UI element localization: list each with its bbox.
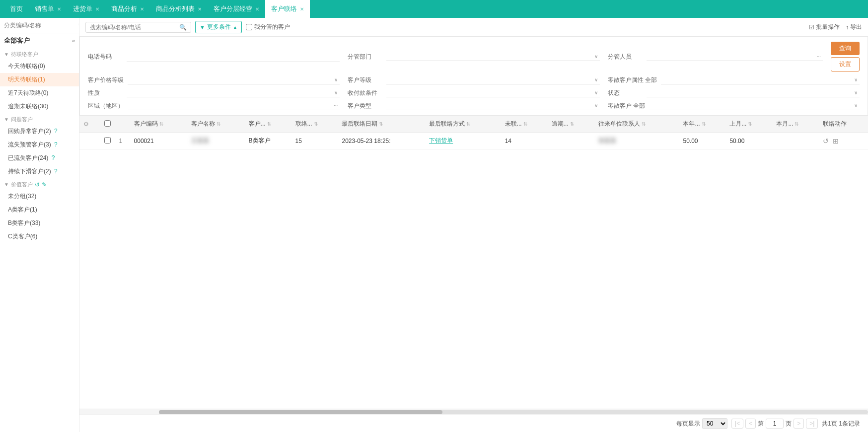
filter-label-person: 分管人员 bbox=[608, 53, 643, 61]
close-icon[interactable]: ✕ bbox=[57, 6, 61, 12]
grid-icon[interactable]: ⊞ bbox=[833, 137, 839, 145]
close-icon[interactable]: ✕ bbox=[255, 6, 259, 12]
filter-select-price-level[interactable]: ∨ bbox=[128, 75, 340, 84]
cell-unit-contact: 张某某 bbox=[594, 133, 679, 149]
col-customer-name[interactable]: 客户名称 ⇅ bbox=[187, 116, 245, 133]
filter-select-payment[interactable]: ∨ bbox=[386, 88, 599, 97]
col-last-contact-date[interactable]: 最后联络日期 ⇅ bbox=[338, 116, 425, 133]
last-page-button[interactable]: >| bbox=[806, 419, 818, 429]
blurred-name: 王某某 bbox=[191, 137, 209, 144]
filter-select-customer-level[interactable]: ∨ bbox=[386, 75, 599, 84]
filter-label-price-level: 客户价格等级 bbox=[88, 76, 124, 84]
nav-customer-contact[interactable]: 客户联络 ✕ bbox=[265, 0, 310, 18]
close-icon[interactable]: ✕ bbox=[300, 6, 304, 12]
sidebar-item-churn-warning[interactable]: 流失预警客户(3) ? bbox=[0, 138, 79, 151]
sidebar-item-declining[interactable]: 持续下滑客户(2) ? bbox=[0, 165, 79, 178]
pagination: |< < 第 页 > >| bbox=[731, 419, 818, 429]
col-checkbox[interactable] bbox=[100, 116, 115, 133]
col-last-contact-method[interactable]: 最后联络方式 ⇅ bbox=[425, 116, 501, 133]
sidebar-item-class-a[interactable]: A类客户(1) bbox=[0, 203, 79, 216]
filter-row-phone: 电话号码 bbox=[88, 42, 340, 72]
page-size-dropdown[interactable]: 50 10 20 100 bbox=[702, 418, 727, 429]
col-this-year[interactable]: 本年... ⇅ bbox=[679, 116, 725, 133]
nav-home[interactable]: 首页 bbox=[4, 0, 29, 18]
filter-select-dept[interactable]: ∨ bbox=[386, 52, 599, 61]
filter-label-retail-customer: 零散客户 全部 bbox=[608, 102, 645, 110]
row-checkbox[interactable] bbox=[104, 137, 111, 144]
nav-customer-tier[interactable]: 客户分层经营 ✕ bbox=[208, 0, 265, 18]
sidebar-item-overdue-contact[interactable]: 逾期未联络(30) bbox=[0, 100, 79, 113]
filter-select-status[interactable]: ∨ bbox=[647, 88, 860, 97]
filter-select-retail-customer[interactable]: ∨ bbox=[649, 101, 860, 110]
prev-page-button[interactable]: < bbox=[745, 419, 756, 429]
cell-last-contact-date: 2023-05-23 18:25: bbox=[338, 133, 425, 149]
filter-row-dept: 分管部门 ∨ bbox=[348, 42, 599, 72]
filter-select-region[interactable]: ··· bbox=[128, 101, 340, 110]
settings-button[interactable]: 设置 bbox=[831, 57, 860, 72]
sort-icon: ⇅ bbox=[702, 121, 706, 127]
search-input[interactable] bbox=[90, 24, 179, 31]
sidebar-item-abnormal-repurchase[interactable]: 回购异常客户(2) ? bbox=[0, 125, 79, 138]
next-page-button[interactable]: > bbox=[794, 419, 804, 429]
export-button[interactable]: ↑ 导出 bbox=[846, 23, 862, 31]
col-unit-contact[interactable]: 往来单位联系人 ⇅ bbox=[594, 116, 679, 133]
close-icon[interactable]: ✕ bbox=[198, 6, 202, 12]
all-customers-header[interactable]: 全部客户 « bbox=[0, 33, 79, 48]
col-customer-code[interactable]: 客户编码 ⇅ bbox=[130, 116, 188, 133]
filter-select-customer-type[interactable]: ∨ bbox=[386, 101, 599, 110]
funnel-icon: ▼ bbox=[200, 24, 205, 30]
select-all-checkbox[interactable] bbox=[104, 120, 111, 127]
nav-product-analysis[interactable]: 商品分析 ✕ bbox=[105, 0, 150, 18]
filter-label-dept: 分管部门 bbox=[348, 53, 382, 61]
col-this-month[interactable]: 本月... ⇅ bbox=[772, 116, 819, 133]
cell-checkbox[interactable] bbox=[100, 133, 115, 149]
my-customers-check[interactable] bbox=[246, 24, 252, 30]
nav-purchase-order[interactable]: 进货单 ✕ bbox=[67, 0, 105, 18]
sidebar-item-class-c[interactable]: C类客户(6) bbox=[0, 230, 79, 243]
sidebar-item-churned[interactable]: 已流失客户(24) ? bbox=[0, 151, 79, 165]
refresh-icon[interactable]: ↺ bbox=[823, 137, 829, 145]
sidebar-item-tomorrow-contact[interactable]: 明天待联络(1) bbox=[0, 73, 79, 86]
col-label: 未联... bbox=[505, 120, 522, 128]
page-input[interactable] bbox=[766, 419, 784, 429]
nav-product-analysis-list[interactable]: 商品分析列表 ✕ bbox=[150, 0, 208, 18]
filter-row-status: 状态 ∨ bbox=[608, 88, 860, 97]
col-label: 本月... bbox=[776, 120, 793, 128]
sidebar-item-week-contact[interactable]: 近7天待联络(0) bbox=[0, 86, 79, 100]
toolbar: 🔍 ▼ 更多条件 ▲ 我分管的客户 ☑ 批量操作 ↑ 导出 bbox=[79, 18, 868, 37]
col-contact[interactable]: 联络... ⇅ bbox=[291, 116, 338, 133]
col-customer-type[interactable]: 客户... ⇅ bbox=[245, 116, 291, 133]
query-button[interactable]: 查询 bbox=[831, 42, 860, 55]
chevron-down-icon: ∨ bbox=[594, 54, 598, 59]
col-no-contact[interactable]: 未联... ⇅ bbox=[501, 116, 548, 133]
sidebar-search-input[interactable] bbox=[4, 22, 78, 29]
filter-select-nature[interactable]: ∨ bbox=[127, 88, 340, 97]
search-icon[interactable]: 🔍 bbox=[179, 24, 187, 31]
ellipsis-icon: ··· bbox=[334, 103, 338, 108]
filter-select-retail-attr[interactable]: ∨ bbox=[661, 75, 860, 84]
my-customers-checkbox[interactable]: 我分管的客户 bbox=[246, 23, 290, 31]
ellipsis-icon: ··· bbox=[817, 54, 821, 59]
filter-select-person[interactable]: ··· bbox=[647, 52, 823, 61]
cell-num: 1 bbox=[115, 133, 130, 149]
col-overdue[interactable]: 逾期... ⇅ bbox=[548, 116, 594, 133]
close-icon[interactable]: ✕ bbox=[140, 6, 144, 12]
filter-input-phone[interactable] bbox=[127, 52, 340, 62]
col-label: 往来单位联系人 bbox=[598, 120, 640, 128]
cell-last-contact-method[interactable]: 下销货单 bbox=[425, 133, 501, 149]
contact-method-link[interactable]: 下销货单 bbox=[429, 137, 453, 144]
col-gear[interactable]: ⚙ bbox=[79, 116, 100, 133]
batch-action-button[interactable]: ☑ 批量操作 bbox=[809, 23, 840, 31]
sidebar-item-class-b[interactable]: B类客户(33) bbox=[0, 216, 79, 230]
horizontal-scrollbar[interactable] bbox=[159, 410, 868, 414]
sidebar-item-ungrouped[interactable]: 未分组(32) bbox=[0, 190, 79, 203]
sidebar-item-today-contact[interactable]: 今天待联络(0) bbox=[0, 60, 79, 73]
nav-sales-order[interactable]: 销售单 ✕ bbox=[29, 0, 67, 18]
chevron-down-icon: ∨ bbox=[854, 103, 858, 108]
col-last-month[interactable]: 上月... ⇅ bbox=[725, 116, 772, 133]
first-page-button[interactable]: |< bbox=[731, 419, 743, 429]
more-filters-button[interactable]: ▼ 更多条件 ▲ bbox=[195, 21, 242, 33]
filter-label-nature: 性质 bbox=[88, 89, 123, 97]
close-icon[interactable]: ✕ bbox=[95, 6, 99, 12]
chevron-down-icon: ∨ bbox=[594, 103, 598, 108]
